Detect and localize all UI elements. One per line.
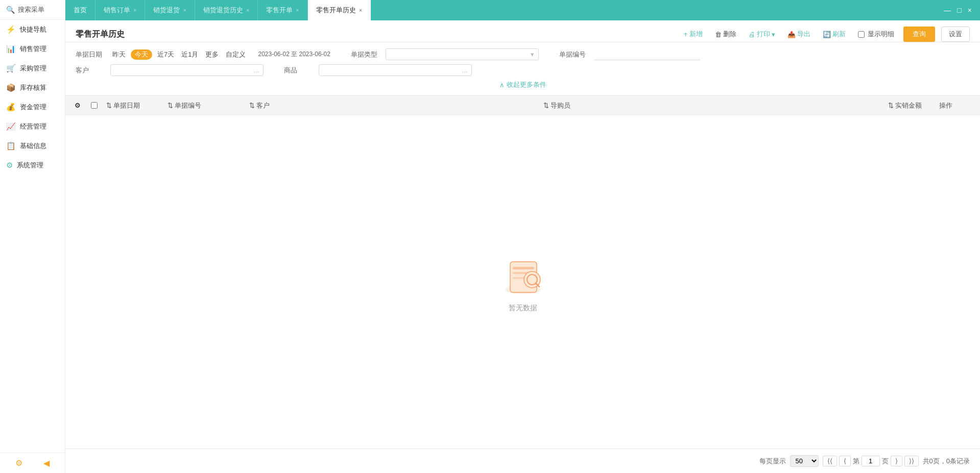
settings-icon[interactable]: ⚙ [15, 458, 22, 468]
th-num-sort-icon: ⇅ [168, 102, 173, 109]
sidebar-item-purchase-mgmt[interactable]: 🛒 采购管理 [0, 59, 65, 78]
sidebar: 🔍 搜索采单 ⚡ 快捷导航 📊 销售管理 🛒 采购管理 📦 库存核算 💰 资金管… [0, 0, 65, 473]
new-button[interactable]: + 新增 [681, 28, 706, 41]
sidebar-item-operations[interactable]: 📈 经营管理 [0, 117, 65, 136]
tab-sales-return-close[interactable]: × [183, 7, 186, 13]
refresh-icon: 🔄 [823, 31, 831, 38]
page-prefix-label: 第 [853, 457, 859, 466]
page-suffix-label: 页 [882, 457, 889, 466]
collapse-button[interactable]: ∧ 收起更多条件 [76, 80, 970, 89]
date-opt-custom[interactable]: 自定义 [224, 49, 248, 60]
print-button[interactable]: 🖨 打印 ▾ [746, 28, 778, 41]
tab-sales-order-close[interactable]: × [133, 7, 136, 13]
sidebar-search-label: 搜索采单 [18, 5, 44, 14]
empty-state-icon [497, 252, 548, 297]
delete-button[interactable]: 🗑 删除 [712, 28, 739, 41]
prev-page-button[interactable]: ⟨ [839, 456, 851, 466]
tab-retail-open-close[interactable]: × [296, 7, 299, 13]
sidebar-item-inventory[interactable]: 📦 库存核算 [0, 78, 65, 97]
tab-sales-order-label: 销售订单 [104, 6, 130, 15]
export-button[interactable]: 📤 导出 [784, 28, 814, 41]
num-input[interactable] [596, 51, 698, 58]
tab-home[interactable]: 首页 [65, 0, 95, 20]
display-detail-checkbox[interactable] [858, 31, 865, 38]
print-button-label: 打印 [757, 30, 770, 39]
table-settings-icon[interactable]: ⚙ [69, 102, 86, 109]
query-button[interactable]: 查询 [903, 27, 935, 42]
minimize-icon[interactable]: — [944, 6, 951, 14]
sidebar-item-quick-nav[interactable]: ⚡ 快捷导航 [0, 20, 65, 39]
th-num[interactable]: ⇅ 单据编号 [163, 101, 245, 110]
sidebar-search[interactable]: 🔍 搜索采单 [0, 0, 65, 20]
th-date[interactable]: ⇅ 单据日期 [102, 101, 163, 110]
sidebar-item-finance[interactable]: 💰 资金管理 [0, 97, 65, 117]
empty-state: 暂无数据 [65, 115, 980, 449]
collapse-chevron-icon: ∧ [499, 81, 505, 89]
sidebar-item-label: 基础信息 [20, 141, 46, 151]
num-filter-label: 单据编号 [559, 50, 590, 59]
sidebar-item-sales-mgmt[interactable]: 📊 销售管理 [0, 39, 65, 59]
tab-sales-order[interactable]: 销售订单 × [95, 0, 145, 20]
tab-retail-open[interactable]: 零售开单 × [258, 0, 307, 20]
num-filter-group: 单据编号 [559, 49, 700, 60]
sidebar-item-label: 库存核算 [20, 83, 46, 92]
collapse-icon[interactable]: ◀ [43, 458, 50, 468]
sidebar-item-label: 销售管理 [20, 44, 46, 54]
window-close-icon[interactable]: × [968, 6, 972, 14]
select-all-checkbox[interactable] [91, 102, 98, 109]
filter-row-1: 单据日期 昨天 今天 近7天 近1月 更多 自定义 2023-06-02 至 2… [76, 48, 970, 60]
pagination-nav: ⟨⟨ ⟨ 第 页 ⟩ ⟩⟩ [823, 456, 919, 466]
sidebar-item-basic-info[interactable]: 📋 基础信息 [0, 136, 65, 156]
export-button-label: 导出 [797, 30, 810, 39]
per-page-select[interactable]: 50 100 200 [790, 455, 819, 467]
date-opt-more[interactable]: 更多 [203, 49, 221, 60]
type-select[interactable]: ▾ [386, 48, 539, 60]
table-header: ⚙ ⇅ 单据日期 ⇅ 单据编号 ⇅ 客户 ⇅ 导购员 [65, 96, 980, 115]
search-icon: 🔍 [6, 6, 15, 14]
page-input[interactable] [862, 456, 880, 466]
inventory-icon: 📦 [6, 83, 16, 92]
type-filter-group: 单据类型 ▾ [351, 48, 539, 60]
tab-retail-history[interactable]: 零售开单历史 × [308, 0, 371, 20]
empty-text: 暂无数据 [509, 304, 537, 313]
refresh-button[interactable]: 🔄 刷新 [820, 28, 849, 41]
display-detail-label: 显示明细 [868, 30, 894, 39]
print-icon: 🖨 [749, 31, 755, 38]
operations-icon: 📈 [6, 122, 16, 131]
tab-retail-history-close[interactable]: × [359, 7, 362, 13]
date-opt-1month[interactable]: 近1月 [179, 49, 200, 60]
page-header: 零售开单历史 + 新增 🗑 删除 🖨 打印 ▾ 📤 导出 [65, 20, 980, 42]
table-select-all[interactable] [86, 102, 102, 109]
page-title: 零售开单历史 [76, 29, 681, 40]
th-customer-label: 客户 [256, 101, 270, 110]
tab-sales-return-history[interactable]: 销货退货历史 × [195, 0, 258, 20]
date-filter-label: 单据日期 [76, 50, 106, 59]
restore-icon[interactable]: □ [957, 6, 961, 14]
th-action: 操作 [935, 101, 976, 110]
last-page-button[interactable]: ⟩⟩ [904, 456, 919, 466]
product-filter-label: 商品 [284, 66, 315, 75]
date-opt-today[interactable]: 今天 [131, 49, 152, 60]
customer-input[interactable]: ... [110, 64, 264, 76]
th-guide[interactable]: ⇅ 导购员 [539, 101, 590, 110]
date-opt-yesterday[interactable]: 昨天 [110, 49, 128, 60]
th-customer[interactable]: ⇅ 客户 [245, 101, 539, 110]
first-page-button[interactable]: ⟨⟨ [823, 456, 837, 466]
sidebar-item-label: 快捷导航 [20, 25, 46, 34]
th-amount[interactable]: ⇅ 实销金额 [884, 101, 935, 110]
th-amount-label: 实销金额 [895, 101, 922, 110]
date-opt-7days[interactable]: 近7天 [155, 49, 176, 60]
basic-info-icon: 📋 [6, 141, 16, 151]
main-area: 首页 销售订单 × 销货退货 × 销货退货历史 × 零售开单 × 零售开单历史 … [65, 0, 980, 473]
new-button-label: + 新增 [684, 30, 703, 39]
setting-button[interactable]: 设置 [941, 27, 970, 42]
tab-sales-return[interactable]: 销货退货 × [145, 0, 195, 20]
delete-button-label: 删除 [723, 30, 736, 39]
product-input[interactable]: ... [319, 64, 472, 76]
tab-sales-return-history-close[interactable]: × [246, 7, 249, 13]
display-detail-toggle[interactable]: 显示明细 [855, 28, 897, 41]
sidebar-item-sys-mgmt[interactable]: ⚙ 系统管理 [0, 156, 65, 175]
th-guide-sort-icon: ⇅ [543, 102, 549, 109]
customer-dots-icon: ... [253, 66, 259, 74]
next-page-button[interactable]: ⟩ [891, 456, 902, 466]
